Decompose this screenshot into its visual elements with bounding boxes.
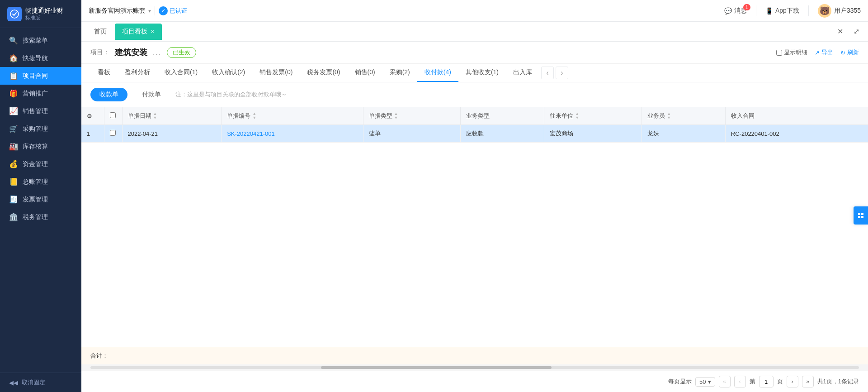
project-header-actions: 显示明细 ↗ 导出 ↻ 刷新 [776,48,859,57]
maximize-window-button[interactable]: ⤢ [850,25,863,38]
invoice-icon: 🧾 [9,195,18,204]
sidebar-logo: 畅捷通好业财 标准版 [0,0,81,28]
topbar: 新服务官网演示账套 ▾ ✓ 已认证 💬 消息 1 📱 App下载 🐻 [81,0,868,22]
sidebar-item-search[interactable]: 🔍 搜索菜单 [0,32,81,49]
th-checkbox [104,107,122,125]
account-selector[interactable]: 新服务官网演示账套 ▾ [89,7,151,15]
page-size-value: 50 [699,378,706,385]
user-label: 用户3355 [834,7,861,15]
subnav-income-confirm[interactable]: 收入确认(2) [205,64,252,82]
floating-action-button[interactable] [854,206,868,225]
pin-icon: ◀◀ [9,379,18,386]
subnav-tax-invoice[interactable]: 税务发票(0) [300,64,347,82]
td-contract: RC-20220401-002 [725,125,868,143]
tab-home[interactable]: 首页 [87,24,114,40]
sidebar-item-label: 项目合同 [23,72,48,80]
subnav-kanban[interactable]: 看板 [90,64,118,82]
sidebar-item-sales[interactable]: 📈 销售管理 [0,102,81,120]
horizontal-scrollbar[interactable] [81,364,868,371]
th-number[interactable]: 单据编号 ▲▼ [222,107,363,125]
td-date: 2022-04-21 [122,125,222,143]
sidebar-item-funds[interactable]: 💰 资金管理 [0,155,81,173]
th-type[interactable]: 单据类型 ▲▼ [363,107,461,125]
scrollbar-track[interactable] [90,366,859,369]
total-label: 合计： [90,352,108,359]
sidebar-item-projects[interactable]: 📋 项目合同 [0,67,81,85]
factory-icon: 🏭 [9,142,18,151]
subtab-bar: 收款单 付款单 注：这里是与项目关联的全部收付款单哦～ [81,82,868,107]
th-date[interactable]: 单据日期 ▲▼ [122,107,222,125]
more-button[interactable]: ... [153,48,161,57]
subtab-receipt[interactable]: 收款单 [90,88,127,101]
export-button[interactable]: ↗ 导出 [815,48,833,57]
page-size-label: 每页显示 [668,378,692,386]
search-icon: 🔍 [9,36,18,45]
messages-button[interactable]: 💬 消息 1 [724,7,747,15]
sidebar-item-invoice[interactable]: 🧾 发票管理 [0,191,81,208]
sidebar-item-quicknav[interactable]: 🏠 快捷导航 [0,49,81,67]
page-number-input[interactable] [759,376,774,387]
subnav-sales-invoice[interactable]: 销售发票(0) [252,64,300,82]
sidebar-item-label: 销售管理 [23,107,48,115]
th-settings[interactable]: ⚙ [81,107,104,125]
th-salesman[interactable]: 业务员 ▲▼ [642,107,726,125]
subnav-payment[interactable]: 收付款(4) [417,64,458,82]
sort-arrows-date: ▲▼ [153,112,157,120]
refresh-button[interactable]: ↻ 刷新 [840,48,859,57]
td-partner: 宏茂商场 [544,125,642,143]
subnav-sales[interactable]: 销售(0) [348,64,382,82]
page-size-select[interactable]: 50 ▾ [695,377,715,387]
sort-arrows-number: ▲▼ [252,112,256,120]
show-detail-checkbox[interactable]: 显示明细 [776,48,807,57]
subnav-income-contract[interactable]: 收入合同(1) [157,64,205,82]
subnav-inout[interactable]: 出入库 [506,64,539,82]
table-wrap: ⚙ 单据日期 ▲▼ 单据编号 [81,107,868,347]
th-partner-label: 往来单位 [550,112,573,120]
svg-rect-3 [858,216,860,218]
sidebar-item-ledger[interactable]: 📒 总账管理 [0,173,81,191]
receipt-number-link[interactable]: SK-20220421-001 [227,130,275,137]
tab-project-board[interactable]: 项目看板 ✕ [115,24,162,40]
sidebar-item-purchase[interactable]: 🛒 采购管理 [0,120,81,138]
user-menu[interactable]: 🐻 用户3355 [818,4,861,18]
last-page-button[interactable]: » [802,376,814,387]
th-biz-type: 业务类型 [461,107,544,125]
subnav-prev-arrow[interactable]: ‹ [541,67,554,79]
chevron-down-icon: ▾ [708,378,711,385]
window-controls: ✕ ⤢ [834,25,863,38]
close-window-button[interactable]: ✕ [834,25,846,38]
td-number[interactable]: SK-20220421-001 [222,125,363,143]
close-icon[interactable]: ✕ [150,29,155,35]
sidebar-item-tax[interactable]: 🏛️ 税务管理 [0,208,81,226]
subnav-next-arrow[interactable]: › [556,67,568,79]
scrollbar-thumb[interactable] [321,366,552,369]
table-row[interactable]: 1 2022-04-21 SK-20220421-001 蓝单 应收款 宏茂商场… [81,125,868,143]
show-detail-input[interactable] [776,50,782,56]
subnav-other[interactable]: 其他收支(1) [458,64,506,82]
svg-rect-4 [861,216,863,218]
app-download-label: App下载 [775,7,799,15]
svg-rect-2 [861,213,863,215]
next-page-button[interactable]: › [787,376,798,387]
verified-text: 已认证 [170,7,187,15]
app-name: 畅捷通好业财 [25,6,63,14]
app-download-button[interactable]: 📱 App下载 [765,7,799,15]
row-checkbox[interactable] [110,130,116,136]
subtab-payment[interactable]: 付款单 [133,88,170,101]
subtab-hint: 注：这里是与项目关联的全部收付款单哦～ [175,91,287,99]
th-contract-label: 收入合同 [731,112,755,119]
sidebar-item-marketing[interactable]: 🎁 营销推广 [0,85,81,102]
th-biz-type-label: 业务类型 [466,112,490,119]
cart-icon: 🛒 [9,124,18,133]
tabs-bar: 首页 项目看板 ✕ ✕ ⤢ [81,22,868,42]
select-all-checkbox[interactable] [110,112,116,118]
subnav-purchase[interactable]: 采购(2) [382,64,417,82]
th-partner[interactable]: 往来单位 ▲▼ [544,107,642,125]
sidebar-item-inventory[interactable]: 🏭 库存核算 [0,138,81,155]
first-page-button[interactable]: « [719,376,731,387]
cancel-fixed-button[interactable]: ◀◀ 取消固定 [0,373,81,392]
settings-icon[interactable]: ⚙ [87,113,92,120]
home-icon: 🏠 [9,54,18,62]
prev-page-button[interactable]: ‹ [734,376,746,387]
subnav-profit[interactable]: 盈利分析 [118,64,157,82]
